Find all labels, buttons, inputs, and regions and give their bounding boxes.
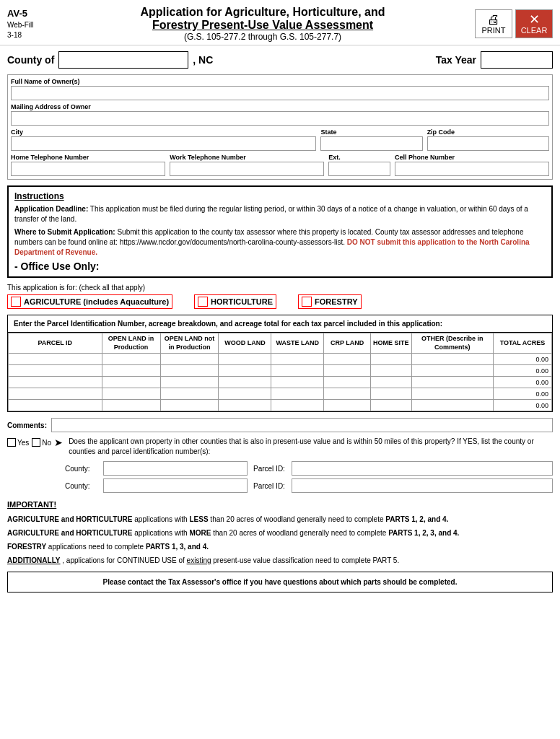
cell-input[interactable] — [395, 162, 549, 176]
parcel-cell-2-3[interactable] — [221, 379, 268, 386]
bottom-notice-text: Please contact the Tax Assessor's office… — [103, 578, 458, 586]
parcel-cell-0-4[interactable] — [274, 356, 321, 363]
important-para2: AGRICULTURE and HORTICULTURE application… — [7, 528, 553, 538]
tax-year-label: Tax Year — [436, 54, 476, 66]
parcel-cell-3-0[interactable] — [11, 390, 100, 398]
parcel-cell-0-0[interactable] — [11, 356, 100, 363]
col-open-land-prod: OPEN LAND in Production — [102, 333, 160, 354]
parcel-cell-2-1[interactable] — [105, 379, 158, 386]
parcel-cell-0-5[interactable] — [326, 356, 368, 363]
state-input[interactable] — [320, 136, 422, 151]
city-input[interactable] — [11, 136, 316, 151]
office-use-label: - Office Use Only: — [14, 261, 546, 272]
title-line1: Application for Agriculture, Horticultur… — [51, 6, 475, 19]
print-label: PRINT — [482, 26, 506, 35]
home-phone-group: Home Telephone Number — [11, 154, 165, 176]
parcel-cell-3-5[interactable] — [326, 390, 368, 398]
parcel-cell-2-2[interactable] — [163, 379, 216, 386]
parcel-cell-4-0[interactable] — [11, 402, 100, 409]
submit-link: https://www.ncdor.gov/documents/north-ca… — [120, 238, 344, 246]
print-button[interactable]: 🖨 PRINT — [475, 9, 512, 38]
col-parcel-id: PARCEL ID — [9, 333, 102, 354]
parcel-cell-0-7[interactable] — [414, 356, 491, 363]
parcel-cell-3-4[interactable] — [274, 390, 321, 398]
ext-input[interactable] — [328, 162, 390, 176]
parcel-cell-2-5[interactable] — [326, 379, 368, 386]
col-other: OTHER (Describe in Comments) — [411, 333, 493, 354]
county-input-2[interactable] — [103, 478, 248, 493]
total-cell-0: 0.00 — [493, 354, 551, 365]
imp-para1-text2: than 20 acres of woodland generally need… — [210, 515, 385, 523]
imp-parts1: PARTS 1, 2, and 4. — [385, 515, 448, 523]
parcel-cell-3-1[interactable] — [105, 390, 158, 398]
parcel-cell-0-2[interactable] — [163, 356, 216, 363]
horticulture-checkbox[interactable] — [198, 297, 208, 307]
parcel-cell-2-7[interactable] — [414, 379, 491, 386]
parcel-cell-3-3[interactable] — [221, 390, 268, 398]
county-input[interactable] — [58, 51, 188, 69]
imp-bold-agri-hort1: AGRICULTURE and HORTICULTURE — [7, 515, 133, 523]
table-row: 0.00 — [9, 354, 552, 365]
parcel-cell-4-4[interactable] — [274, 402, 321, 409]
parcel-cell-3-2[interactable] — [163, 390, 216, 398]
zip-input[interactable] — [427, 136, 549, 151]
forestry-checkbox[interactable] — [302, 297, 312, 307]
no-checkbox[interactable] — [32, 438, 40, 447]
yes-checkbox[interactable] — [7, 438, 16, 447]
imp-less: LESS — [189, 515, 208, 523]
form-id: AV-5 — [7, 7, 51, 20]
cell-group: Cell Phone Number — [395, 154, 549, 176]
total-cell-1: 0.00 — [493, 365, 551, 377]
comments-input[interactable] — [51, 418, 553, 432]
zip-label: Zip Code — [427, 128, 549, 136]
tax-year-input[interactable] — [481, 51, 553, 69]
parcel-cell-4-3[interactable] — [221, 402, 268, 409]
work-phone-input[interactable] — [170, 162, 324, 176]
col-home-site: HOME SITE — [370, 333, 411, 354]
yes-no-row: Yes No ➤ Does the applicant own property… — [7, 437, 553, 457]
parcel-cell-4-1[interactable] — [105, 402, 158, 409]
clear-button[interactable]: ✕ CLEAR — [515, 9, 553, 38]
agriculture-label: AGRICULTURE (includes Aquaculture) — [24, 297, 169, 306]
parcel-cell-2-0[interactable] — [11, 379, 100, 386]
parcel-cell-0-1[interactable] — [105, 356, 158, 363]
form-sub2: 3-18 — [7, 30, 51, 40]
home-phone-input[interactable] — [11, 162, 165, 176]
parcel-cell-1-2[interactable] — [163, 367, 216, 375]
parcel-cell-1-1[interactable] — [105, 367, 158, 375]
yes-no-boxes: Yes No ➤ — [7, 437, 63, 448]
parcel-id-input-2[interactable] — [292, 478, 553, 493]
parcel-cell-1-4[interactable] — [274, 367, 321, 375]
important-title-text: IMPORTANT! — [7, 500, 56, 509]
title-line2: Forestry Present-Use Value Assessment — [51, 19, 475, 32]
parcel-cell-1-0[interactable] — [11, 367, 100, 375]
parcel-cell-0-3[interactable] — [221, 356, 268, 363]
ext-label: Ext. — [328, 154, 390, 161]
parcel-cell-0-6[interactable] — [373, 356, 409, 363]
cell-label: Cell Phone Number — [395, 154, 549, 161]
imp-parts2: PARTS 1, 2, 3, and 4. — [388, 529, 459, 537]
parcel-id-input-1[interactable] — [292, 461, 553, 476]
full-name-input[interactable] — [11, 86, 549, 100]
instructions-title: Instructions — [14, 191, 546, 201]
mailing-address-input[interactable] — [11, 111, 549, 126]
parcel-cell-4-5[interactable] — [326, 402, 368, 409]
parcel-cell-4-2[interactable] — [163, 402, 216, 409]
important-title: IMPORTANT! — [7, 499, 553, 511]
parcel-cell-2-4[interactable] — [274, 379, 321, 386]
parcel-cell-1-7[interactable] — [414, 367, 491, 375]
parcel-cell-4-7[interactable] — [414, 402, 491, 409]
parcel-cell-3-7[interactable] — [414, 390, 491, 398]
county-input-1[interactable] — [103, 461, 248, 476]
parcel-cell-4-6[interactable] — [373, 402, 409, 409]
parcel-cell-3-6[interactable] — [373, 390, 409, 398]
imp-para4-mid: , applications for CONTINUED USE of — [62, 556, 186, 564]
parcel-cell-1-3[interactable] — [221, 367, 268, 375]
mailing-address-label: Mailing Address of Owner — [11, 103, 549, 110]
parcel-cell-2-6[interactable] — [373, 379, 409, 386]
parcel-cell-1-6[interactable] — [373, 367, 409, 375]
submit-bold: Where to Submit Application: — [14, 228, 115, 236]
agriculture-checkbox[interactable] — [11, 297, 21, 307]
parcel-cell-1-5[interactable] — [326, 367, 368, 375]
important-para3: FORESTRY applications need to complete P… — [7, 541, 553, 552]
